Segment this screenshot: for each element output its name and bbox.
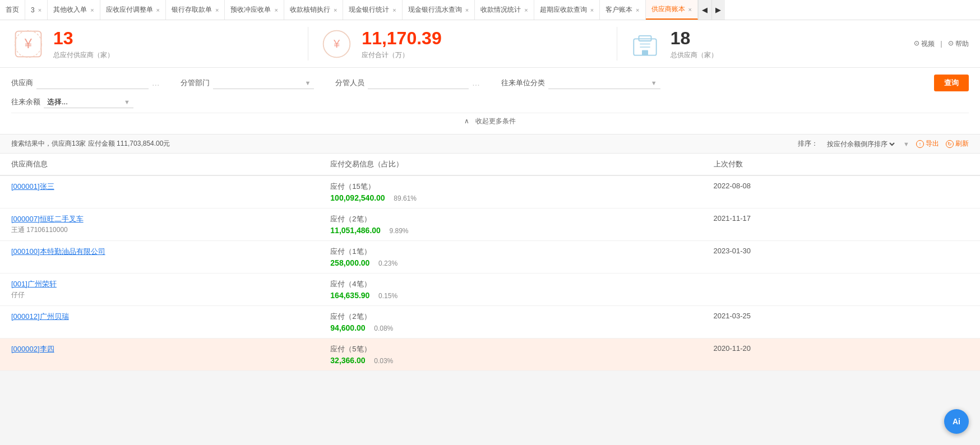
supplier-input[interactable] <box>36 77 149 89</box>
payable-percent: 0.08% <box>374 325 393 332</box>
table-row[interactable]: [000001]张三 应付（15笔） 100,092,540.00 89.61%… <box>0 176 980 208</box>
payable-count: 应付（4笔） <box>330 279 713 289</box>
nav-tab-cash-flow[interactable]: 现金银行流水查询 × <box>403 0 475 20</box>
table-row[interactable]: [001]广州荣轩 仔仔 应付（4笔） 164,635.90 0.15% <box>0 274 980 306</box>
nav-tab-prepay[interactable]: 预收冲应收单 × <box>225 0 284 20</box>
top-right-links: ⊙ 视频 ｜ ⊙ 帮助 <box>914 39 969 49</box>
last-pay-date: 2022-08-08 <box>714 182 751 190</box>
supplier-sub-info: 王通 17106110000 <box>11 225 330 235</box>
help-link[interactable]: 帮助 <box>955 39 969 49</box>
supplier-sub-info: 仔仔 <box>11 290 330 300</box>
export-label: 导出 <box>926 139 939 149</box>
filter-row-2: 往来余额 选择... ▼ <box>11 96 969 108</box>
filter-row-1: 供应商 ... 分管部门 ▼ 分管人员 ... 往来单位分类 <box>11 75 969 91</box>
person-input[interactable] <box>368 77 469 89</box>
supplier-name-link[interactable]: [000001]张三 <box>11 182 330 192</box>
nav-tab-home-label: 首页 <box>6 5 19 15</box>
stat-total-suppliers-content: 18 总供应商（家） <box>671 27 718 60</box>
table-row[interactable]: [000007]恒旺二手叉车 王通 17106110000 应付（2笔） 11,… <box>0 208 980 241</box>
nav-tab-overdue-label: 超期应收款查询 <box>540 5 587 15</box>
payable-count: 应付（2笔） <box>330 312 713 322</box>
supplier-name-link[interactable]: [000007]恒旺二手叉车 <box>11 214 330 224</box>
unit-category-select[interactable] <box>548 77 660 89</box>
nav-prev-arrow[interactable]: ◀ <box>698 0 711 20</box>
nav-tab-cash-stat-label: 现金银行统计 <box>349 5 389 15</box>
last-pay-date: 2020-11-20 <box>714 344 751 353</box>
close-icon[interactable]: × <box>465 7 469 13</box>
payable-info-cell: 应付（2笔） 11,051,486.00 9.89% <box>330 214 713 235</box>
supplier-info-cell: [001]广州荣轩 仔仔 <box>11 279 330 300</box>
close-icon[interactable]: × <box>334 7 337 13</box>
video-link[interactable]: 视频 <box>921 39 935 49</box>
payable-total-number: 11,170.39 <box>362 27 441 49</box>
sort-select[interactable]: 按应付余额倒序排序 <box>825 140 896 149</box>
payable-amount-row: 32,366.00 0.03% <box>330 356 713 365</box>
nav-tab-3[interactable]: 3 × <box>25 0 48 20</box>
payable-amount-row: 258,000.00 0.23% <box>330 258 713 267</box>
nav-tab-customer-ledger[interactable]: 客户账本 × <box>600 0 645 20</box>
data-table: 供应商信息 应付交易信息（占比） 上次付数 [000001]张三 应付（15笔）… <box>0 154 980 371</box>
table-body: [000001]张三 应付（15笔） 100,092,540.00 89.61%… <box>0 176 980 371</box>
filter-unit-category: 往来单位分类 ▼ <box>501 77 660 89</box>
table-row[interactable]: [000012]广州贝瑞 应付（2笔） 94,600.00 0.08% 2021… <box>0 306 980 339</box>
payable-info-cell: 应付（15笔） 100,092,540.00 89.61% <box>330 182 713 202</box>
query-button[interactable]: 查询 <box>934 75 969 91</box>
nav-tab-supplier-ledger[interactable]: 供应商账本 × <box>646 0 698 20</box>
close-icon[interactable]: × <box>524 7 528 13</box>
collapse-label: 收起更多条件 <box>475 117 516 125</box>
table-row[interactable]: [000100]本特勤油品有限公司 应付（1笔） 258,000.00 0.23… <box>0 241 980 274</box>
supplier-dots: ... <box>152 78 159 88</box>
person-label: 分管人员 <box>335 78 364 88</box>
export-button[interactable]: ↑ 导出 <box>916 139 939 149</box>
payable-amount-row: 94,600.00 0.08% <box>330 323 713 332</box>
refresh-icon: ↻ <box>946 140 954 148</box>
supplier-info-cell: [000001]张三 <box>11 182 330 192</box>
collapse-bar[interactable]: ∧ 收起更多条件 <box>11 113 969 129</box>
stat-payable-total-content: 11,170.39 应付合计（万） <box>362 27 441 60</box>
filter-dept: 分管部门 ▼ <box>181 77 314 89</box>
nav-tab-home[interactable]: 首页 <box>0 0 25 20</box>
last-pay-cell: 2022-08-08 <box>714 182 969 190</box>
payable-info-cell: 应付（2笔） 94,600.00 0.08% <box>330 312 713 332</box>
top-navigation: 首页 3 × 其他收入单 × 应收应付调整单 × 银行存取款单 × 预收冲应收单… <box>0 0 980 20</box>
close-icon[interactable]: × <box>590 7 594 13</box>
nav-tab-other-income[interactable]: 其他收入单 × <box>48 0 100 20</box>
payable-percent: 0.23% <box>378 259 397 267</box>
nav-tab-adjust[interactable]: 应收应付调整单 × <box>100 0 166 20</box>
payable-amount-row: 164,635.90 0.15% <box>330 291 713 300</box>
total-suppliers-icon <box>628 27 662 61</box>
nav-next-arrow[interactable]: ▶ <box>711 0 725 20</box>
nav-tab-overdue[interactable]: 超期应收款查询 × <box>534 0 600 20</box>
nav-tab-bank-deposit[interactable]: 银行存取款单 × <box>166 0 225 20</box>
header-payable-info: 应付交易信息（占比） <box>330 159 713 169</box>
nav-tab-cash-stat[interactable]: 现金银行统计 × <box>343 0 402 20</box>
balance-select[interactable]: 选择... <box>44 96 133 108</box>
refresh-button[interactable]: ↻ 刷新 <box>946 139 969 149</box>
close-icon[interactable]: × <box>636 7 639 13</box>
supplier-name-link[interactable]: [000002]李四 <box>11 344 330 354</box>
nav-tab-writeoff[interactable]: 收款核销执行 × <box>284 0 343 20</box>
close-icon[interactable]: × <box>215 7 219 13</box>
divider: ｜ <box>938 39 945 49</box>
nav-tab-customer-ledger-label: 客户账本 <box>605 5 632 15</box>
close-icon[interactable]: × <box>274 7 278 13</box>
close-icon[interactable]: × <box>156 7 160 13</box>
close-icon[interactable]: × <box>688 6 692 13</box>
stat-total-suppliers: 18 总供应商（家） <box>628 27 914 61</box>
nav-tab-receipt-stat[interactable]: 收款情况统计 × <box>475 0 534 20</box>
dept-select[interactable] <box>213 77 314 89</box>
payable-suppliers-icon: ¥ <box>11 27 45 61</box>
table-row[interactable]: [000002]李四 应付（5笔） 32,366.00 0.03% 2020-1… <box>0 339 980 371</box>
close-icon[interactable]: × <box>392 7 396 13</box>
close-icon[interactable]: × <box>38 7 41 13</box>
svg-rect-6 <box>639 35 651 40</box>
supplier-name-link[interactable]: [000012]广州贝瑞 <box>11 312 330 322</box>
payable-suppliers-label: 总应付供应商（家） <box>53 50 114 60</box>
filter-bar: 供应商 ... 分管部门 ▼ 分管人员 ... 往来单位分类 <box>0 68 980 135</box>
last-pay-cell: 2021-03-25 <box>714 312 969 320</box>
supplier-name-link[interactable]: [000100]本特勤油品有限公司 <box>11 247 330 257</box>
supplier-name-link[interactable]: [001]广州荣轩 <box>11 279 330 289</box>
payable-count: 应付（2笔） <box>330 214 713 224</box>
supplier-info-cell: [000007]恒旺二手叉车 王通 17106110000 <box>11 214 330 235</box>
close-icon[interactable]: × <box>90 7 94 13</box>
